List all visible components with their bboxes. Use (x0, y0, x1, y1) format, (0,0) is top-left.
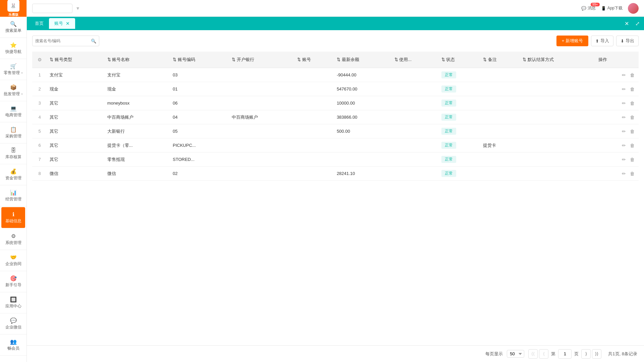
pager-prev-button[interactable]: ⟨ (539, 349, 548, 359)
col-account-sort-icon[interactable]: ⇅ (297, 57, 301, 62)
tab-account[interactable]: 账号 ✕ (49, 18, 75, 29)
row-bank (229, 124, 294, 138)
export-icon: ⬇ (621, 39, 624, 44)
row-account (294, 138, 334, 153)
sidebar-item-basic-info[interactable]: ℹ 基础信息 (1, 207, 25, 228)
message-button[interactable]: 💬 消息 99+ (581, 5, 596, 11)
tab-home[interactable]: 首页 (30, 18, 49, 29)
cart-icon: 🛒 (1, 63, 25, 69)
row-bank (229, 68, 294, 82)
logo-icon: 🐰 (7, 0, 19, 12)
col-settlement-sort-icon[interactable]: ⇅ (523, 57, 526, 62)
per-page-select[interactable]: 50 100 200 (507, 350, 524, 358)
import-button[interactable]: ⬆ 导入 (591, 36, 613, 46)
row-code: 03 (170, 68, 229, 82)
edit-button[interactable]: ✏ (621, 100, 627, 107)
edit-button[interactable]: ✏ (621, 128, 627, 135)
column-settings-icon[interactable]: ⚙ (35, 55, 44, 64)
add-account-button[interactable]: + 新增账号 (556, 36, 588, 46)
row-settlement (520, 153, 596, 167)
col-bank-sort-icon[interactable]: ⇅ (232, 57, 235, 62)
row-remark: 提货卡 (480, 138, 520, 153)
row-account (294, 167, 334, 181)
col-code-sort-icon[interactable]: ⇅ (173, 57, 176, 62)
search-input[interactable] (35, 39, 91, 43)
row-type: 其它 (47, 124, 105, 138)
row-index: 2 (32, 82, 47, 96)
sidebar-item-inventory[interactable]: 🗄 库存核算 (0, 143, 26, 164)
sidebar-item-ecommerce[interactable]: 💻 电商管理 (0, 101, 26, 122)
delete-button[interactable]: 🗑 (629, 128, 636, 135)
row-usage (392, 96, 439, 110)
col-type-sort-icon[interactable]: ⇅ (50, 57, 53, 62)
delete-button[interactable]: 🗑 (629, 114, 636, 121)
col-usage-header: ⇅ 使用... (392, 52, 439, 68)
pager-next-button[interactable]: ⟩ (581, 349, 591, 359)
edit-button[interactable]: ✏ (621, 86, 627, 93)
delete-button[interactable]: 🗑 (629, 156, 636, 163)
sidebar-item-retail[interactable]: 🛒 零售管理 ▾ (0, 59, 26, 80)
delete-button[interactable]: 🗑 (629, 100, 636, 107)
row-actions: ✏ 🗑 (596, 110, 639, 124)
tab-minimize-button[interactable]: ✕ (623, 19, 631, 27)
delete-button[interactable]: 🗑 (629, 170, 636, 177)
status-badge: 正常 (441, 71, 456, 78)
pager-first-button[interactable]: ⟨⟨ (528, 349, 538, 359)
col-name-sort-icon[interactable]: ⇅ (107, 57, 111, 62)
sidebar-item-cooperation[interactable]: 🤝 企业协同 (0, 250, 26, 271)
row-remark (480, 110, 520, 124)
row-account (294, 82, 334, 96)
sidebar-item-guide[interactable]: 🎯 新手引导 (0, 271, 26, 292)
sidebar-item-finance[interactable]: 💰 资金管理 (0, 164, 26, 185)
table-row: 7 其它 零售抵现 STORED... 正常 ✏ 🗑 (32, 153, 639, 167)
mobile-icon: 📱 (601, 6, 606, 11)
delete-button[interactable]: 🗑 (629, 142, 636, 149)
row-balance: 28241.10 (334, 167, 392, 181)
sidebar-item-system[interactable]: ⚙ 系统管理 (0, 229, 26, 250)
handshake-icon: 🤝 (1, 254, 25, 260)
pager-last-button[interactable]: ⟩⟩ (592, 349, 601, 359)
pagination-bar: 每页显示 50 100 200 ⟨⟨ ⟨ 第 页 ⟩ ⟩⟩ 共1页, 8条记录 (27, 345, 644, 362)
sidebar-item-wechat-work[interactable]: 💬 企业微信 (0, 313, 26, 335)
delete-button[interactable]: 🗑 (629, 86, 636, 93)
avatar[interactable] (628, 3, 639, 14)
delete-button[interactable]: 🗑 (629, 72, 636, 78)
sidebar-item-quicknav[interactable]: ⭐ 快捷导航 (0, 38, 26, 59)
sidebar-item-search[interactable]: 🔍 搜索菜单 (0, 17, 26, 38)
export-button[interactable]: ⬇ 导出 (616, 36, 639, 46)
app-download-button[interactable]: 📱 App下载 (601, 5, 623, 11)
target-icon: 🎯 (1, 275, 25, 282)
col-remark-sort-icon[interactable]: ⇅ (483, 57, 487, 62)
topbar-dropdown-icon[interactable]: ▾ (76, 5, 79, 11)
sidebar-item-purchase[interactable]: 📋 采购管理 (0, 122, 26, 143)
row-remark (480, 82, 520, 96)
edit-button[interactable]: ✏ (621, 114, 627, 121)
search-nav-icon: 🔍 (1, 21, 25, 27)
col-code-header: ⇅ 账号编码 (170, 52, 229, 68)
search-icon[interactable]: 🔍 (91, 39, 96, 44)
col-status-sort-icon[interactable]: ⇅ (441, 57, 445, 62)
message-badge: 99+ (591, 3, 600, 6)
topbar-search-input[interactable] (32, 4, 72, 13)
edit-button[interactable]: ✏ (621, 170, 627, 177)
edit-button[interactable]: ✏ (621, 156, 627, 163)
sidebar-item-wholesale[interactable]: 📦 批发管理 ▾ (0, 80, 26, 101)
sidebar-item-operations[interactable]: 📊 经营管理 (0, 185, 26, 206)
tab-close-icon[interactable]: ✕ (66, 21, 70, 26)
edit-button[interactable]: ✏ (621, 142, 627, 149)
edit-button[interactable]: ✏ (621, 72, 627, 78)
tab-maximize-button[interactable]: ⤢ (633, 19, 641, 27)
status-badge: 正常 (441, 156, 456, 163)
col-usage-sort-icon[interactable]: ⇅ (394, 57, 398, 62)
main-area: ▾ 💬 消息 99+ 📱 App下载 首页 账号 ✕ ✕ (27, 0, 644, 362)
clipboard-icon: 📋 (1, 126, 25, 133)
logo-subtext: 乐雁版 (7, 12, 19, 17)
sidebar-item-member[interactable]: 👥 畅会员 (0, 335, 26, 356)
row-remark (480, 167, 520, 181)
page-number-input[interactable] (558, 349, 572, 359)
row-account (294, 96, 334, 110)
chart-icon: 📊 (1, 189, 25, 196)
col-balance-sort-icon[interactable]: ⇅ (337, 57, 340, 62)
sidebar-item-appcenter[interactable]: 🔲 应用中心 (0, 292, 26, 313)
row-index: 4 (32, 110, 47, 124)
